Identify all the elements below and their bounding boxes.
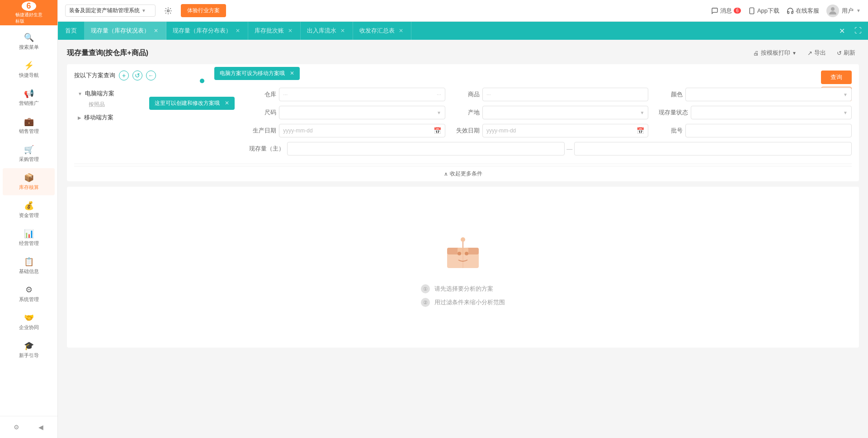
page-content: 现存量查询(按仓库+商品) 🖨 按模板打印 ▼ ↗ 导出 ↺ 刷新 [58,40,868,438]
tab-inventory-dist[interactable]: 现存量（库存分布表） ✕ [166,22,248,40]
app-download-btn[interactable]: App下载 [748,7,779,15]
origin-select[interactable]: ▼ [482,106,649,119]
stock-main-from[interactable] [287,142,565,155]
sidebar-item-beginner[interactable]: 🎓 新手引导 [3,336,55,363]
refresh-btn[interactable]: ↺ 刷新 [833,47,859,59]
tab-bar: 首页 现存量（库存状况表） ✕ 现存量（库存分布表） ✕ 库存批次账 ✕ 出入库… [58,22,868,40]
tooltip2-text: 这里可以创建和修改方案哦 [155,100,220,106]
sidebar-item-label: 搜索菜单 [19,44,39,51]
tab-close-btn[interactable]: ✕ [397,27,405,34]
scheme-tree: ▼ 电脑端方案 按照品 ▶ 移动端方案 [74,88,142,127]
page-title-bar: 现存量查询(按仓库+商品) 🖨 按模板打印 ▼ ↗ 导出 ↺ 刷新 [67,47,859,59]
logo-tag: 标版 [15,19,24,24]
filter-arrow-btn[interactable]: ← [146,71,156,80]
batch-input[interactable] [685,124,852,137]
warehouse-select[interactable]: ··· ⋯ [279,88,445,101]
sidebar-bottom: ⚙ ◀ [0,416,57,438]
stock-main-to[interactable] [574,142,852,155]
tab-close-btn[interactable]: ✕ [287,27,294,34]
tab-inventory-status[interactable]: 现存量（库存状况表） ✕ [85,22,166,40]
header-right: 消息 6 App下载 在线客服 [711,5,861,17]
filter-refresh-btn[interactable]: ↺ [132,71,142,80]
message-badge: 6 [734,8,741,14]
operations-icon: 📊 [24,229,34,239]
prod-date-input[interactable]: yyyy-mm-dd 📅 [279,124,445,137]
chevron-up-icon: ∧ [444,171,448,177]
calendar-icon[interactable]: 📅 [434,127,441,134]
tab-close-btn[interactable]: ✕ [234,27,241,34]
range-separator: — [566,146,572,152]
sidebar-item-system[interactable]: ⚙ 系统管理 [3,280,55,307]
size-select[interactable]: ▼ [279,106,445,119]
sidebar-item-label: 系统管理 [19,296,39,303]
tab-actions: ✕ ⛶ [832,22,868,40]
online-support-btn[interactable]: 在线客服 [787,7,819,15]
tab-close-btn[interactable]: ✕ [339,27,346,34]
empty-illustration [436,223,490,277]
filter-field-goods: 商品 ··· [453,88,649,101]
sidebar-item-purchase[interactable]: 🛒 采购管理 [3,140,55,167]
tab-inventory-batch[interactable]: 库存批次账 ✕ [248,22,301,40]
tooltip-close-btn[interactable]: ✕ [290,70,294,76]
app-selector[interactable]: 装备及固定资产辅助管理系统 ▼ [65,5,156,17]
scheme-tree-mobile[interactable]: ▶ 移动端方案 [74,112,142,123]
calendar-icon2[interactable]: 📅 [637,127,644,134]
sidebar-item-marketing[interactable]: 📢 营销推广 [3,84,55,111]
sidebar-item-inventory[interactable]: 📦 库存核算 [3,168,55,195]
message-icon [711,7,718,14]
sidebar-item-operations[interactable]: 📊 经营管理 [3,224,55,251]
scheme-mobile-label: 移动端方案 [84,113,113,122]
logo-name: 畅捷通好生意 [15,12,42,17]
collapse-sidebar-btn[interactable]: ◀ [34,421,47,433]
scheme-tree-children: 按照品 [74,99,142,110]
goods-select[interactable]: ··· [482,88,649,101]
sidebar-item-label: 新手引导 [19,352,39,359]
scheme-tree-child-item[interactable]: 按照品 [85,99,142,110]
scheme-pc-label: 电脑端方案 [85,89,114,98]
user-avatar-icon [827,5,838,16]
sidebar-item-sales[interactable]: 💼 销售管理 [3,112,55,139]
stock-status-select[interactable]: ▼ [691,106,852,119]
tab-spacer [411,22,832,40]
settings-icon-btn[interactable] [161,4,175,18]
expiry-date-input[interactable]: yyyy-mm-dd 📅 [482,124,649,137]
sidebar-item-search[interactable]: 🔍 搜索菜单 [3,28,55,55]
sidebar-item-quick-nav[interactable]: ⚡ 快捷导航 [3,56,55,83]
filter-row-3: 生产日期 yyyy-mm-dd 📅 失效日期 yyyy-mm-dd 📅 [249,124,852,137]
close-all-tabs-btn[interactable]: ✕ [835,24,848,37]
sidebar-item-finance[interactable]: 💰 资金管理 [3,196,55,223]
filter-row-4: 现存量（主） — [249,142,852,155]
tab-close-btn[interactable]: ✕ [152,27,160,34]
color-label: 颜色 [656,90,683,99]
svg-rect-1 [750,8,754,14]
batch-label: 批号 [656,127,683,135]
print-template-btn[interactable]: 🖨 按模板打印 ▼ [750,47,800,59]
fullscreen-btn[interactable]: ⛶ [852,24,864,37]
scheme-tree-pc[interactable]: ▼ 电脑端方案 [74,88,142,99]
collapse-bar[interactable]: ∧ 收起更多条件 [74,166,852,181]
tab-inventory-flow[interactable]: 出入库流水 ✕ [301,22,353,40]
message-btn[interactable]: 消息 6 [711,7,741,15]
filter-field-origin: 产地 ▼ [453,106,649,119]
svg-point-3 [831,7,835,11]
goods-label: 商品 [453,90,480,99]
sidebar: 6 畅捷通好生意 标版 🔍 搜索菜单 ⚡ 快捷导航 📢 营销推广 💼 销售管理 … [0,0,58,438]
chevron-down-icon: ▼ [142,8,146,13]
arrow-right-icon: ▶ [78,115,81,120]
sidebar-nav: 🔍 搜索菜单 ⚡ 快捷导航 📢 营销推广 💼 销售管理 🛒 采购管理 📦 库存核… [0,25,57,416]
settings-bottom-btn[interactable]: ⚙ [10,421,23,433]
user-menu[interactable]: 用户 ▼ [826,5,861,17]
sidebar-item-enterprise[interactable]: 🤝 企业协同 [3,308,55,335]
filter-add-btn[interactable]: + [119,71,129,80]
tab-home[interactable]: 首页 [58,22,85,40]
refresh-icon: ↺ [837,50,842,57]
svg-point-11 [461,237,465,242]
tooltip2-close-btn[interactable]: ✕ [225,100,229,106]
sidebar-item-basic-info[interactable]: 📋 基础信息 [3,252,55,279]
filter-field-warehouse: 仓库 ··· ⋯ [249,88,445,101]
industry-btn[interactable]: 体验行业方案 [181,4,226,17]
tab-collect-summary[interactable]: 收发存汇总表 ✕ [353,22,411,40]
tooltip-scheme-mobile: 电脑方案可设为移动方案哦 ✕ [214,67,300,80]
export-btn[interactable]: ↗ 导出 [804,47,830,59]
color-select[interactable]: ▼ [685,88,852,101]
